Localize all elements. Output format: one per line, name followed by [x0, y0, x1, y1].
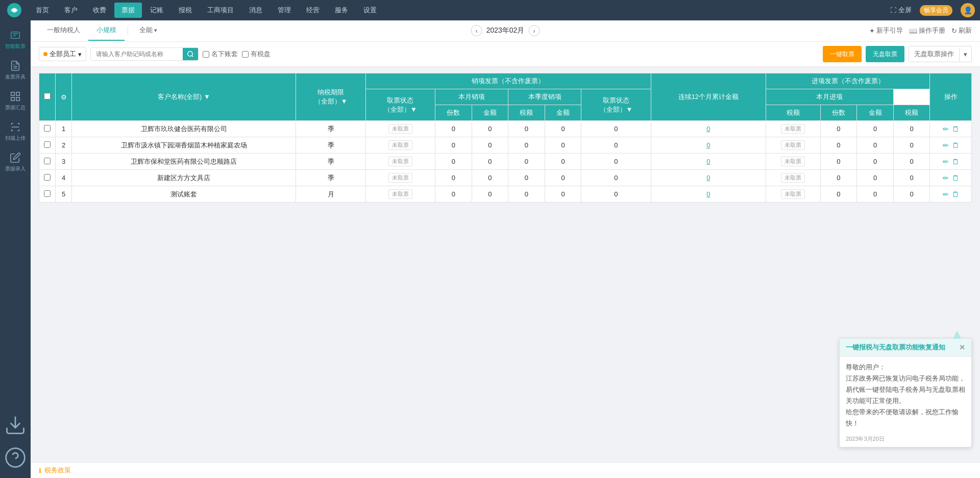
- th-purchase-status: 取票状态（全部）▼: [581, 89, 651, 121]
- top-nav: 首页 客户 收费 票据 记账 报税 工商项目 消息 管理 经营 服务 设置 ⛶ …: [0, 0, 980, 20]
- view-icon-3[interactable]: 🗒: [952, 174, 959, 182]
- taxpad-checkbox-label[interactable]: 有税盘: [242, 49, 271, 59]
- sidebar-bottom: [2, 410, 29, 478]
- row-quarter-tax-2: 0: [581, 154, 651, 170]
- nav-bookkeeping[interactable]: 记账: [143, 3, 170, 18]
- view-icon-0[interactable]: 🗒: [952, 125, 959, 133]
- svg-rect-8: [11, 97, 14, 100]
- view-icon-2[interactable]: 🗒: [952, 158, 959, 166]
- edit-icon-1[interactable]: ✏: [943, 141, 949, 149]
- row-checkbox-1[interactable]: [39, 137, 56, 154]
- nav-home[interactable]: 首页: [29, 3, 56, 18]
- nav-message[interactable]: 消息: [242, 3, 270, 18]
- row-purchase-status-3: 未取票: [766, 170, 821, 186]
- nav-billing[interactable]: 收费: [86, 3, 113, 18]
- row-cb-2[interactable]: [44, 158, 51, 164]
- fullscreen-btn[interactable]: ⛶ 全屏: [890, 6, 912, 15]
- row-month-tax-0: 0: [508, 121, 545, 137]
- nav-service[interactable]: 服务: [328, 3, 355, 18]
- sidebar-item-smart-ticket[interactable]: 智能取票: [2, 26, 29, 54]
- nav-operation[interactable]: 经营: [299, 3, 327, 18]
- row-cb-4[interactable]: [44, 190, 51, 197]
- sidebar-bottom-help[interactable]: [2, 442, 29, 473]
- diskless-ops-arrow[interactable]: ▾: [959, 47, 971, 61]
- notification-content: 江苏政务网已恢复访问电子税务局功能，易代账一键登陆电子税务局与无盘取票相关功能可…: [846, 373, 965, 407]
- row-year-amount-2[interactable]: 0: [651, 154, 766, 170]
- sidebar-item-scan[interactable]: 扫描上传: [2, 117, 29, 146]
- edit-icon-3[interactable]: ✏: [943, 174, 949, 182]
- nav-right: ⛶ 全屏 畅享会员 👤: [890, 3, 975, 17]
- tab-all[interactable]: 全能 ▾: [131, 20, 165, 41]
- row-cb-0[interactable]: [44, 125, 51, 132]
- row-actions-4: ✏ 🗒: [930, 186, 972, 203]
- select-all-checkbox[interactable]: [44, 93, 51, 99]
- search-input[interactable]: [91, 48, 183, 60]
- edit-icon-4[interactable]: ✏: [943, 190, 949, 198]
- row-purchase-tax-2: 0: [893, 154, 930, 170]
- nav-settings[interactable]: 设置: [356, 3, 384, 18]
- row-num-1: 2: [56, 137, 72, 154]
- th-sales-status: 取票状态（全部）▼: [365, 89, 435, 121]
- notification-date: 2023年3月20日: [840, 433, 971, 447]
- row-quarter-amount-1: 0: [545, 137, 581, 154]
- tab-small-scale[interactable]: 小规模: [88, 20, 125, 41]
- employee-select[interactable]: 全部员工 ▾: [39, 47, 86, 61]
- settings-icon[interactable]: ⚙: [61, 93, 67, 101]
- row-period-0: 季: [296, 121, 365, 137]
- nav-business[interactable]: 工商项目: [200, 3, 241, 18]
- nav-manage[interactable]: 管理: [271, 3, 298, 18]
- refresh-btn[interactable]: ↻ 刷新: [951, 26, 972, 35]
- row-checkbox-4[interactable]: [39, 186, 56, 203]
- th-12month: 连续12个月累计金额: [651, 73, 766, 121]
- edit-icon-2[interactable]: ✏: [943, 158, 949, 166]
- account-checkbox-label[interactable]: 名下账套: [203, 49, 238, 59]
- prev-month-btn[interactable]: ‹: [471, 25, 482, 36]
- sidebar-item-entry[interactable]: 票据录入: [2, 148, 29, 177]
- tax-policy-link[interactable]: 税务政策: [44, 466, 71, 475]
- row-purchase-tax-1: 0: [893, 137, 930, 154]
- search-button[interactable]: [183, 48, 198, 60]
- row-checkbox-3[interactable]: [39, 170, 56, 186]
- guide-btn[interactable]: ✦ 新手引导: [869, 26, 903, 35]
- tab-divider: [128, 26, 128, 35]
- sidebar-bottom-download[interactable]: [2, 410, 29, 440]
- row-cb-1[interactable]: [44, 141, 51, 148]
- notification-close-btn[interactable]: ✕: [959, 343, 965, 351]
- tab-general[interactable]: 一般纳税人: [39, 20, 88, 41]
- row-year-amount-4[interactable]: 0: [651, 186, 766, 203]
- row-checkbox-0[interactable]: [39, 121, 56, 137]
- nav-tax[interactable]: 报税: [172, 3, 199, 18]
- row-sales-status-3: 未取票: [365, 170, 435, 186]
- th-sales-shares: 份数: [435, 105, 472, 121]
- next-month-btn[interactable]: ›: [528, 25, 540, 36]
- vip-button[interactable]: 畅享会员: [920, 5, 952, 16]
- row-period-1: 季: [296, 137, 365, 154]
- taxpad-checkbox[interactable]: [242, 51, 249, 58]
- svg-rect-9: [16, 97, 19, 100]
- nav-invoice[interactable]: 票据: [114, 3, 142, 18]
- one-click-btn[interactable]: 一键取票: [823, 46, 862, 62]
- edit-icon-0[interactable]: ✏: [943, 125, 949, 133]
- logo[interactable]: [5, 1, 23, 19]
- view-icon-1[interactable]: 🗒: [952, 141, 959, 149]
- row-year-amount-1[interactable]: 0: [651, 137, 766, 154]
- manual-btn[interactable]: 📖 操作手册: [909, 26, 945, 35]
- bottom-bar[interactable]: ℹ 税务政策: [31, 462, 980, 478]
- row-checkbox-2[interactable]: [39, 154, 56, 170]
- svg-rect-6: [11, 92, 14, 95]
- account-checkbox[interactable]: [203, 51, 209, 58]
- row-purchase-shares-3: 0: [820, 170, 857, 186]
- row-cb-3[interactable]: [44, 174, 51, 181]
- row-year-amount-3[interactable]: 0: [651, 170, 766, 186]
- diskless-btn[interactable]: 无盘取票: [866, 46, 904, 62]
- sidebar-item-summary[interactable]: 票据汇总: [2, 87, 29, 115]
- row-year-amount-0[interactable]: 0: [651, 121, 766, 137]
- nav-customer[interactable]: 客户: [57, 3, 85, 18]
- diskless-ops-btn[interactable]: 无盘取票操作 ▾: [909, 46, 972, 62]
- svg-point-1: [13, 9, 16, 12]
- sidebar-item-issue-invoice[interactable]: 发票开具: [2, 56, 29, 85]
- avatar[interactable]: 👤: [961, 3, 975, 17]
- table-row: 5 测试账套 月 未取票 0 0 0 0 0 0 未取票 0 0 0 ✏ 🗒: [39, 186, 972, 203]
- row-month-tax-3: 0: [508, 170, 545, 186]
- view-icon-4[interactable]: 🗒: [952, 190, 959, 198]
